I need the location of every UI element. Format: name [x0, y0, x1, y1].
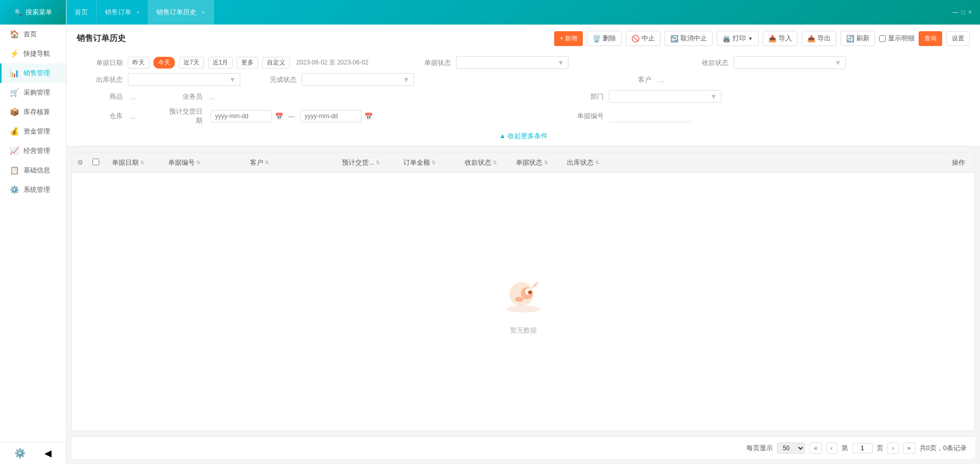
tab-sales-history[interactable]: 销售订单历史 × [148, 0, 213, 25]
base-icon: 📋 [10, 166, 19, 175]
customer-ellipsis[interactable]: ... [658, 76, 665, 84]
table-settings-icon[interactable]: ⚙ [77, 159, 93, 166]
delivery-from-input[interactable] [211, 110, 272, 122]
th-amount[interactable]: 订单金额 ⇅ [399, 158, 461, 167]
table-header: ⚙ 单据日期 ⇅ 单据编号 ⇅ 客户 ⇅ [72, 152, 974, 173]
window-maximize[interactable]: □ [962, 9, 965, 16]
date-yesterday[interactable]: 昨天 [128, 57, 149, 69]
th-status[interactable]: 单据状态 ⇅ [512, 158, 563, 167]
sidebar-item-home-label: 首页 [24, 30, 37, 39]
th-out[interactable]: 出库状态 ⇅ [563, 158, 614, 167]
th-date-sort: ⇅ [140, 160, 144, 165]
filter-row-4: 仓库 ... 预计交货日期 📅 — 📅 单据编号 [87, 107, 960, 125]
salesperson-label: 业务员 [167, 92, 208, 101]
th-customer[interactable]: 客户 ⇅ [246, 158, 338, 167]
svg-point-6 [529, 291, 531, 293]
main-content: 首页 销售订单 × 销售订单历史 × — □ × 销售订单历史 + 新增 🗑️ [66, 0, 980, 464]
last-page-btn[interactable]: » [903, 443, 916, 454]
first-page-btn[interactable]: « [809, 443, 822, 454]
window-minimize[interactable]: — [952, 9, 959, 16]
print-chevron-icon: ▼ [748, 36, 753, 41]
date-filter-content: 昨天 今天 近7天 近1月 更多 自定义 2023-06-02 至 2023-0… [128, 57, 395, 69]
th-out-sort: ⇅ [595, 160, 599, 165]
doc-status-label: 单据状态 [415, 58, 456, 68]
warehouse-ellipsis[interactable]: ... [130, 112, 136, 120]
home-icon: 🏠 [10, 30, 19, 39]
table-checkbox-all[interactable] [93, 159, 108, 167]
date-7days[interactable]: 近7天 [179, 57, 204, 69]
page-size-select[interactable]: 50 10 20 100 [777, 443, 805, 454]
next-page-btn[interactable]: › [887, 443, 899, 454]
date-1month[interactable]: 近1月 [208, 57, 233, 69]
th-date[interactable]: 单据日期 ⇅ [108, 158, 164, 167]
delete-button[interactable]: 🗑️ 删除 [587, 31, 622, 46]
sidebar-item-purchase[interactable]: 🛒 采购管理 [0, 83, 66, 102]
salesperson-ellipsis[interactable]: ... [210, 93, 216, 101]
th-delivery-sort: ⇅ [376, 160, 380, 165]
refresh-button[interactable]: 🔄 刷新 [840, 31, 875, 46]
tab-sales-order[interactable]: 销售订单 × [97, 0, 148, 25]
dept-select[interactable]: ▼ [609, 90, 721, 103]
select-all-checkbox[interactable] [93, 159, 99, 165]
calendar-to-icon[interactable]: 📅 [364, 113, 373, 120]
settings-icon[interactable]: ⚙️ [14, 448, 26, 459]
sidebar-item-operations[interactable]: 📈 经营管理 [0, 141, 66, 161]
tab-sales-history-close[interactable]: × [201, 9, 204, 15]
sidebar-item-system-label: 系统管理 [24, 185, 50, 194]
show-detail-input[interactable] [879, 35, 886, 42]
page-input[interactable] [852, 443, 873, 453]
complete-status-select[interactable]: ▼ [302, 73, 414, 86]
import-button[interactable]: 📥 导入 [763, 31, 797, 46]
svg-point-0 [506, 306, 540, 313]
goods-ellipsis[interactable]: ... [130, 93, 136, 101]
filter-row-1: 单据日期 昨天 今天 近7天 近1月 更多 自定义 2023-06-02 至 2… [87, 56, 960, 69]
th-customer-label: 客户 [250, 158, 263, 167]
sidebar-item-sales[interactable]: 📊 销售管理 [0, 63, 66, 83]
th-delivery[interactable]: 预计交货... ⇅ [338, 158, 399, 167]
date-custom[interactable]: 自定义 [262, 57, 290, 69]
calendar-from-icon[interactable]: 📅 [275, 113, 283, 120]
out-status-select[interactable]: ▼ [128, 73, 240, 86]
date-more[interactable]: 更多 [237, 57, 258, 69]
sidebar-item-home[interactable]: 🏠 首页 [0, 25, 66, 44]
export-button[interactable]: 📤 导出 [802, 31, 836, 46]
settings-button[interactable]: 设置 [946, 31, 970, 46]
filter-area: 单据日期 昨天 今天 近7天 近1月 更多 自定义 2023-06-02 至 2… [77, 51, 970, 146]
show-detail-checkbox[interactable]: 显示明细 [879, 34, 915, 43]
sidebar-item-finance[interactable]: 💰 资金管理 [0, 122, 66, 141]
sidebar-item-system[interactable]: ⚙️ 系统管理 [0, 180, 66, 200]
sidebar-item-inventory[interactable]: 📦 库存核算 [0, 102, 66, 122]
prev-page-btn[interactable]: ‹ [826, 443, 837, 454]
sidebar: 🔍 搜索菜单 🏠 首页 ⚡ 快捷导航 📊 销售管理 🛒 采购管理 📦 库存核算 … [0, 0, 66, 464]
sidebar-item-operations-label: 经营管理 [24, 146, 50, 156]
sidebar-item-finance-label: 资金管理 [24, 127, 50, 136]
collapse-row[interactable]: ▲ 收起更多条件 [87, 129, 960, 141]
doc-status-select[interactable]: ▼ [456, 56, 568, 69]
collapse-icon: ▲ [499, 132, 506, 140]
delete-icon: 🗑️ [592, 35, 601, 42]
page-header: 销售订单历史 + 新增 🗑️ 删除 🚫 中止 ↩️ 取消中止 [66, 25, 980, 147]
refresh-icon: 🔄 [846, 35, 854, 42]
tab-home[interactable]: 首页 [66, 0, 97, 25]
sidebar-item-base[interactable]: 📋 基础信息 [0, 161, 66, 180]
tab-sales-order-close[interactable]: × [136, 9, 140, 15]
print-button[interactable]: 🖨️ 打印 ▼ [717, 31, 759, 46]
th-payment[interactable]: 收款状态 ⇅ [461, 158, 512, 167]
query-button[interactable]: 查询 [919, 31, 942, 46]
th-num[interactable]: 单据编号 ⇅ [164, 158, 246, 167]
payment-status-select[interactable]: ▼ [734, 56, 846, 69]
empty-label: 暂无数据 [510, 326, 537, 335]
new-button[interactable]: + 新增 [554, 31, 583, 46]
th-op: 操作 [614, 158, 969, 167]
sidebar-header[interactable]: 🔍 搜索菜单 [0, 0, 66, 25]
sidebar-item-quick-nav[interactable]: ⚡ 快捷导航 [0, 44, 66, 63]
payment-status-label: 收款状态 [693, 58, 734, 68]
doc-num-input[interactable] [609, 111, 691, 122]
cancel-stop-button[interactable]: ↩️ 取消中止 [665, 31, 713, 46]
delivery-to-input[interactable] [300, 110, 361, 122]
expand-icon[interactable]: ◀ [44, 448, 52, 459]
th-op-label: 操作 [952, 158, 965, 167]
window-close[interactable]: × [968, 9, 972, 16]
stop-button[interactable]: 🚫 中止 [626, 31, 660, 46]
date-today[interactable]: 今天 [153, 57, 175, 69]
